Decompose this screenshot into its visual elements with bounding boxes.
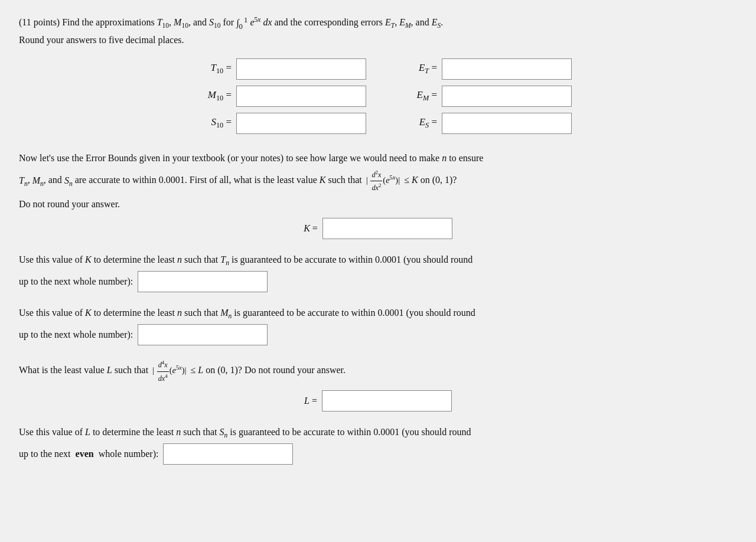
et-label: ET =: [390, 62, 437, 76]
even-bold: even: [76, 446, 94, 462]
section-tn-least: Use this value of K to determine the lea…: [19, 252, 737, 292]
header-line2: Round your answers to five decimal place…: [19, 32, 737, 48]
k-input[interactable]: [322, 218, 452, 239]
section-k: Now let's use the Error Bounds given in …: [19, 151, 737, 239]
et-input[interactable]: [442, 58, 572, 80]
section-sn-line1: Use this value of L to determine the lea…: [19, 425, 737, 441]
section-sn-least: Use this value of L to determine the lea…: [19, 425, 737, 465]
t10-row: T10 =: [184, 58, 366, 80]
m10-row: M10 =: [184, 86, 366, 107]
section-l: What is the least value L such that | d4…: [19, 358, 737, 412]
s10-row: S10 =: [184, 113, 366, 134]
section-l-line1: What is the least value L such that | d4…: [19, 358, 737, 384]
es-row: ES =: [390, 113, 572, 134]
section-k-line1: Now let's use the Error Bounds given in …: [19, 151, 737, 166]
section-tn-line1: Use this value of K to determine the lea…: [19, 252, 737, 269]
em-label: EM =: [390, 89, 437, 103]
em-row: EM =: [390, 86, 572, 107]
section-sn-line2: up to the next even whole number):: [19, 443, 737, 465]
et-row: ET =: [390, 58, 572, 80]
em-input[interactable]: [442, 86, 572, 107]
sn-least-input[interactable]: [163, 443, 293, 465]
t10-input[interactable]: [236, 58, 366, 80]
m10-label: M10 =: [184, 89, 232, 103]
section-tn-line2: up to the next whole number):: [19, 271, 737, 292]
left-input-col: T10 = M10 = S10 =: [184, 58, 366, 134]
section-k-donot: Do not round your answer.: [19, 197, 737, 212]
right-input-col: ET = EM = ES =: [390, 58, 572, 134]
k-input-row: K =: [19, 218, 737, 239]
section-k-line2: Tn, Mn, and Sn are accurate to within 0.…: [19, 168, 737, 194]
section-mn-least: Use this value of K to determine the lea…: [19, 305, 737, 345]
s10-label: S10 =: [184, 116, 232, 130]
k-label: K =: [304, 221, 318, 236]
es-input[interactable]: [442, 113, 572, 134]
mn-least-input[interactable]: [138, 324, 268, 345]
m10-input[interactable]: [236, 86, 366, 107]
section-mn-line1: Use this value of K to determine the lea…: [19, 305, 737, 322]
es-label: ES =: [390, 116, 437, 130]
tn-least-input[interactable]: [138, 271, 268, 292]
input-grid: T10 = M10 = S10 = ET = EM = ES =: [19, 58, 737, 134]
problem-header: (11 points) Find the approximations T10,…: [19, 14, 737, 48]
header-line1: (11 points) Find the approximations T10,…: [19, 14, 737, 32]
l-label: L =: [304, 393, 317, 409]
l-input[interactable]: [322, 390, 452, 412]
t10-label: T10 =: [184, 62, 232, 76]
points-label: (11 points): [19, 17, 60, 27]
section-mn-line2: up to the next whole number):: [19, 324, 737, 345]
s10-input[interactable]: [236, 113, 366, 134]
l-input-row: L =: [19, 390, 737, 412]
header-text: Find the approximations T10, M10, and S1…: [62, 17, 443, 27]
